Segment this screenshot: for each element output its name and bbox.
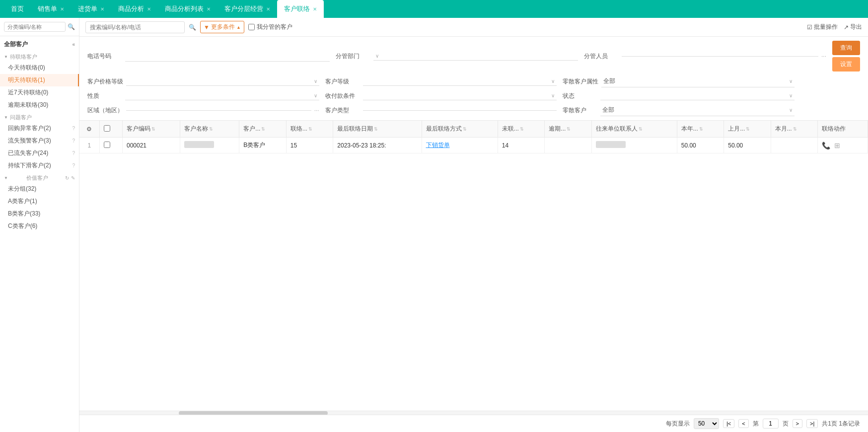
retail-customer-field: 零散客户 全部 ∨ bbox=[563, 104, 795, 116]
row-type: B类客户 bbox=[239, 138, 286, 153]
sort-icon[interactable]: ⇅ bbox=[151, 127, 155, 132]
filter-toolbar: 🔍 ▼ 更多条件 ▲ 我分管的客户 ☑ 批量操作 ↗ 导出 bbox=[79, 18, 868, 37]
sidebar-item-ungrouped[interactable]: 未分组(32) bbox=[0, 183, 79, 195]
group-label-problem-customers[interactable]: 问题客户 bbox=[0, 111, 79, 122]
my-customers-checkbox[interactable]: 我分管的客户 bbox=[248, 23, 292, 31]
sidebar-item-churn-warning[interactable]: 流失预警客户(3) ? bbox=[0, 135, 79, 147]
sort-icon[interactable]: ⇅ bbox=[209, 127, 213, 132]
sidebar-item-7day-contact[interactable]: 近7天待联络(0) bbox=[0, 86, 79, 99]
category-search-input[interactable] bbox=[4, 22, 66, 32]
help-icon[interactable]: ? bbox=[72, 150, 75, 156]
col-contact-action: 联络动作 bbox=[818, 121, 868, 138]
sidebar-item-c-class[interactable]: C类客户(6) bbox=[0, 220, 79, 232]
nav-purchase-order[interactable]: 进货单 ✕ bbox=[71, 0, 111, 18]
close-icon[interactable]: ✕ bbox=[313, 6, 317, 12]
filter-row-4: 区域（地区） ··· 客户类型 零散客户 全部 ∨ bbox=[87, 104, 860, 116]
refresh-icon[interactable]: ↻ bbox=[65, 175, 69, 181]
search-input[interactable] bbox=[85, 21, 185, 33]
help-icon[interactable]: ? bbox=[72, 126, 75, 131]
retail-customer-select[interactable]: 全部 ∨ bbox=[600, 104, 795, 116]
nav-product-analysis-list[interactable]: 商品分析列表 ✕ bbox=[158, 0, 217, 18]
edit-icon[interactable]: ✎ bbox=[71, 175, 75, 181]
sidebar-item-declining[interactable]: 持续下滑客户(2) ? bbox=[0, 159, 79, 172]
batch-operation-button[interactable]: ☑ 批量操作 bbox=[807, 23, 838, 31]
close-icon[interactable]: ✕ bbox=[266, 6, 270, 12]
dept-select[interactable]: ∨ bbox=[373, 52, 578, 61]
retail-attr-select[interactable]: 全部 ∨ bbox=[601, 75, 795, 87]
export-button[interactable]: ↗ 导出 bbox=[844, 23, 862, 31]
table-header-row: ⚙ 客户编码 ⇅ 客户名称 ⇅ bbox=[79, 121, 868, 138]
sort-icon[interactable]: ⇅ bbox=[699, 127, 703, 132]
gender-select[interactable]: ∨ bbox=[125, 91, 319, 100]
grid-action-icon[interactable]: ⊞ bbox=[834, 142, 840, 149]
chevron-down-icon: ∨ bbox=[551, 93, 555, 98]
more-conditions-button[interactable]: ▼ 更多条件 ▲ bbox=[200, 21, 244, 33]
help-icon[interactable]: ? bbox=[72, 138, 75, 144]
row-code: 000021 bbox=[122, 138, 180, 153]
nav-home[interactable]: 首页 bbox=[4, 0, 31, 18]
manager-field: 分管人员 ··· bbox=[584, 52, 826, 61]
nav-customer-tier[interactable]: 客户分层经营 ✕ bbox=[217, 0, 277, 18]
settings-col-header[interactable]: ⚙ bbox=[79, 121, 99, 138]
row-last-contact-method[interactable]: 下销货单 bbox=[422, 138, 498, 153]
row-checkbox[interactable] bbox=[99, 138, 122, 153]
row-last-month: 50.00 bbox=[724, 138, 771, 153]
first-page-button[interactable]: |< bbox=[723, 419, 734, 428]
close-icon[interactable]: ✕ bbox=[207, 6, 211, 12]
page-size-select[interactable]: 50 100 200 bbox=[694, 418, 719, 429]
query-button[interactable]: 查询 bbox=[832, 41, 860, 55]
sidebar-item-churned[interactable]: 已流失客户(24) ? bbox=[0, 147, 79, 159]
payment-select[interactable]: ∨ bbox=[363, 91, 557, 100]
horizontal-scrollbar[interactable] bbox=[79, 411, 868, 415]
close-icon[interactable]: ✕ bbox=[100, 6, 104, 12]
region-dots-button[interactable]: ··· bbox=[314, 107, 319, 114]
sidebar: 🔍 全部客户 « 待联络客户 今天待联络(0) 明天待联络(1) 近7天待联络(… bbox=[0, 18, 79, 432]
sort-icon[interactable]: ⇅ bbox=[639, 127, 643, 132]
sidebar-item-a-class[interactable]: A类客户(1) bbox=[0, 195, 79, 208]
customers-table: ⚙ 客户编码 ⇅ 客户名称 ⇅ bbox=[79, 121, 868, 153]
sidebar-item-overdue-contact[interactable]: 逾期未联络(30) bbox=[0, 99, 79, 111]
group-label-value-customers[interactable]: 价值客户 ↻ ✎ bbox=[0, 172, 79, 183]
next-page-button[interactable]: > bbox=[793, 419, 802, 428]
sort-icon[interactable]: ⇅ bbox=[463, 127, 467, 132]
sort-icon[interactable]: ⇅ bbox=[520, 127, 524, 132]
group-label-pending-contact[interactable]: 待联络客户 bbox=[0, 51, 79, 62]
manager-dots-button[interactable]: ··· bbox=[821, 53, 826, 60]
prev-page-button[interactable]: < bbox=[738, 419, 748, 428]
col-customer-code: 客户编码 ⇅ bbox=[122, 121, 180, 138]
nav-sales-order[interactable]: 销售单 ✕ bbox=[31, 0, 71, 18]
phone-input[interactable] bbox=[125, 51, 330, 62]
checkbox-col-header[interactable] bbox=[99, 121, 122, 138]
retail-attr-field: 零散客户属性 全部 ∨ bbox=[563, 75, 795, 87]
sort-icon[interactable]: ⇅ bbox=[567, 127, 571, 132]
region-field: 区域（地区） ··· bbox=[87, 106, 319, 115]
sort-icon[interactable]: ⇅ bbox=[374, 127, 378, 132]
sort-icon[interactable]: ⇅ bbox=[308, 127, 312, 132]
price-level-select[interactable]: ∨ bbox=[126, 77, 319, 86]
sort-icon[interactable]: ⇅ bbox=[746, 127, 750, 132]
customer-level-select[interactable]: ∨ bbox=[363, 77, 557, 86]
sidebar-item-tomorrow-contact[interactable]: 明天待联络(1) bbox=[0, 74, 79, 86]
sidebar-item-b-class[interactable]: B类客户(33) bbox=[0, 208, 79, 220]
row-overdue bbox=[545, 138, 591, 153]
nav-customer-contact[interactable]: 客户联络 ✕ bbox=[277, 0, 324, 18]
sidebar-item-repurchase-abnormal[interactable]: 回购异常客户(2) ? bbox=[0, 122, 79, 135]
close-icon[interactable]: ✕ bbox=[60, 6, 64, 12]
close-icon[interactable]: ✕ bbox=[147, 6, 151, 12]
select-all-checkbox[interactable] bbox=[104, 125, 110, 132]
search-icon[interactable]: 🔍 bbox=[68, 23, 75, 30]
sort-icon[interactable]: ⇅ bbox=[793, 127, 797, 132]
collapse-icon[interactable]: « bbox=[72, 42, 75, 47]
sidebar-item-today-contact[interactable]: 今天待联络(0) bbox=[0, 62, 79, 74]
page-number-input[interactable] bbox=[763, 419, 779, 429]
help-icon[interactable]: ? bbox=[72, 163, 75, 168]
set-button[interactable]: 设置 bbox=[832, 57, 860, 72]
col-this-year: 本年... ⇅ bbox=[677, 121, 723, 138]
payment-field: 收付款条件 ∨ bbox=[325, 91, 557, 100]
status-select[interactable]: ∨ bbox=[600, 91, 795, 100]
sort-icon[interactable]: ⇅ bbox=[261, 127, 265, 132]
nav-product-analysis[interactable]: 商品分析 ✕ bbox=[111, 0, 158, 18]
last-page-button[interactable]: >| bbox=[806, 419, 818, 428]
search-icon[interactable]: 🔍 bbox=[189, 24, 196, 31]
phone-action-icon[interactable]: 📞 bbox=[822, 142, 830, 149]
